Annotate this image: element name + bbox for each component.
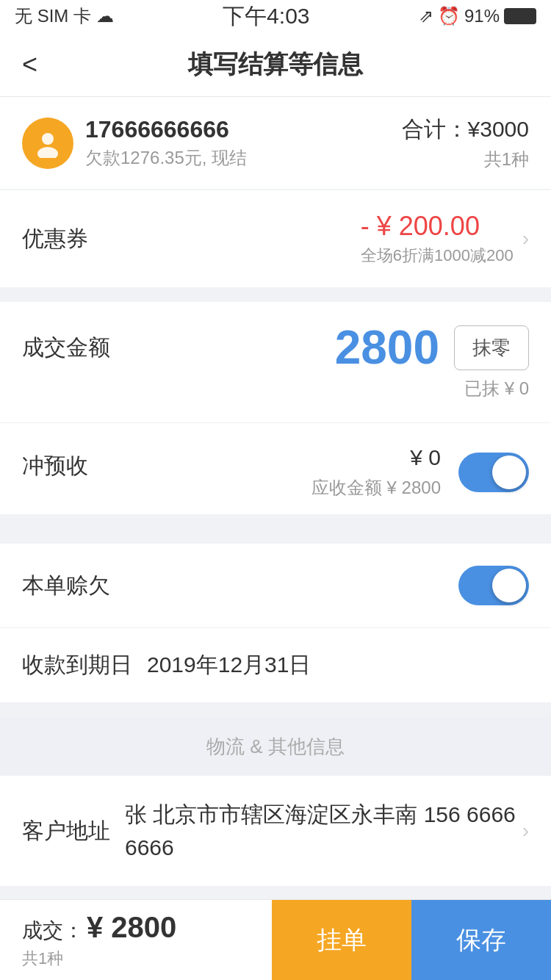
battery-label: 91% bbox=[464, 6, 500, 26]
duedate-row: 收款到期日 2019年12月31日 bbox=[22, 650, 529, 680]
precollect-values: ¥ 0 应收金额 ¥ 2800 bbox=[311, 445, 441, 500]
logistics-divider: 物流 & 其他信息 bbox=[0, 717, 551, 776]
coupon-discount: - ¥ 200.00 bbox=[361, 211, 514, 242]
precollect-row: 冲预收 ¥ 0 应收金额 ¥ 2800 bbox=[22, 445, 529, 500]
status-left: 无 SIM 卡 ☁ bbox=[15, 4, 114, 28]
customer-row: 17666666666 欠款1276.35元, 现结 合计：¥3000 共1种 bbox=[0, 97, 551, 189]
save-button[interactable]: 保存 bbox=[411, 900, 551, 980]
amount-section: 成交金额 2800 抹零 已抹 ¥ 0 bbox=[0, 302, 551, 422]
sim-label: 无 SIM 卡 ☁ bbox=[15, 4, 114, 28]
coupon-label: 优惠券 bbox=[22, 224, 88, 254]
precollect-amount: ¥ 0 bbox=[311, 445, 441, 470]
status-right: ⇗ ⏰ 91% bbox=[419, 6, 536, 26]
logistics-label: 物流 & 其他信息 bbox=[206, 734, 345, 760]
svg-point-1 bbox=[37, 147, 58, 158]
duedate-label: 收款到期日 bbox=[22, 650, 132, 680]
amount-right: 2800 抹零 bbox=[335, 324, 529, 371]
coupon-right-info: - ¥ 200.00 全场6折满1000减200 bbox=[361, 211, 514, 267]
bottom-deal-label: 成交： bbox=[22, 917, 84, 945]
bottom-buttons: 挂单 保存 bbox=[272, 900, 551, 980]
bottom-info: 成交： ¥ 2800 共1种 bbox=[0, 911, 272, 970]
debit-section: 本单赊欠 bbox=[0, 544, 551, 627]
duedate-value: 2019年12月31日 bbox=[147, 650, 311, 680]
precollect-toggle[interactable] bbox=[458, 453, 529, 492]
svg-point-0 bbox=[42, 133, 54, 145]
coupon-desc: 全场6折满1000减200 bbox=[361, 245, 514, 267]
section-gap-2 bbox=[0, 514, 551, 529]
address-section[interactable]: 客户地址 张 北京市市辖区海淀区永丰南 156 6666 6666 › bbox=[0, 776, 551, 886]
precollect-sub: 应收金额 ¥ 2800 bbox=[311, 476, 441, 500]
amount-sub: 已抹 ¥ 0 bbox=[22, 377, 529, 400]
coupon-row[interactable]: 优惠券 - ¥ 200.00 全场6折满1000减200 › bbox=[0, 190, 551, 287]
avatar bbox=[22, 118, 73, 169]
back-button[interactable]: < bbox=[22, 49, 37, 80]
status-time: 下午4:03 bbox=[223, 1, 309, 32]
duedate-section: 收款到期日 2019年12月31日 bbox=[0, 627, 551, 702]
debit-toggle[interactable] bbox=[458, 566, 529, 605]
bottom-bar: 成交： ¥ 2800 共1种 挂单 保存 bbox=[0, 899, 551, 980]
total-count: 共1种 bbox=[402, 148, 529, 171]
debit-label: 本单赊欠 bbox=[22, 571, 110, 601]
customer-left: 17666666666 欠款1276.35元, 现结 bbox=[22, 116, 247, 170]
section-gap-1 bbox=[0, 287, 551, 302]
precollect-right: ¥ 0 应收金额 ¥ 2800 bbox=[311, 445, 529, 500]
coupon-arrow-icon: › bbox=[522, 227, 529, 251]
amount-value: 2800 bbox=[335, 324, 439, 371]
location-icon: ⇗ bbox=[419, 6, 433, 26]
precollect-label: 冲预收 bbox=[22, 445, 88, 481]
customer-sub: 欠款1276.35元, 现结 bbox=[85, 146, 247, 170]
customer-phone: 17666666666 bbox=[85, 116, 247, 143]
address-arrow-icon: › bbox=[522, 819, 529, 843]
customer-right: 合计：¥3000 共1种 bbox=[402, 115, 529, 171]
nav-bar: < 填写结算等信息 bbox=[0, 32, 551, 97]
precollect-section: 冲预收 ¥ 0 应收金额 ¥ 2800 bbox=[0, 422, 551, 514]
battery-icon bbox=[504, 8, 536, 24]
address-value: 张 北京市市辖区海淀区永丰南 156 6666 6666 bbox=[125, 798, 522, 864]
bottom-amount: ¥ 2800 bbox=[87, 911, 176, 944]
pending-button[interactable]: 挂单 bbox=[272, 900, 411, 980]
amount-label: 成交金额 bbox=[22, 333, 110, 363]
amount-row: 成交金额 2800 抹零 bbox=[22, 324, 529, 371]
status-bar: 无 SIM 卡 ☁ 下午4:03 ⇗ ⏰ 91% bbox=[0, 0, 551, 32]
round-off-button[interactable]: 抹零 bbox=[454, 325, 529, 370]
bottom-deal-row: 成交： ¥ 2800 bbox=[22, 911, 250, 945]
page-title: 填写结算等信息 bbox=[188, 48, 363, 82]
address-label: 客户地址 bbox=[22, 816, 110, 846]
logistics-text: 物流 & 其他信息 bbox=[195, 734, 356, 760]
customer-info: 17666666666 欠款1276.35元, 现结 bbox=[85, 116, 247, 170]
total-amount: 合计：¥3000 bbox=[402, 115, 529, 145]
bottom-count: 共1种 bbox=[22, 948, 250, 970]
alarm-icon: ⏰ bbox=[438, 6, 460, 26]
content-area: 17666666666 欠款1276.35元, 现结 合计：¥3000 共1种 … bbox=[0, 97, 551, 980]
